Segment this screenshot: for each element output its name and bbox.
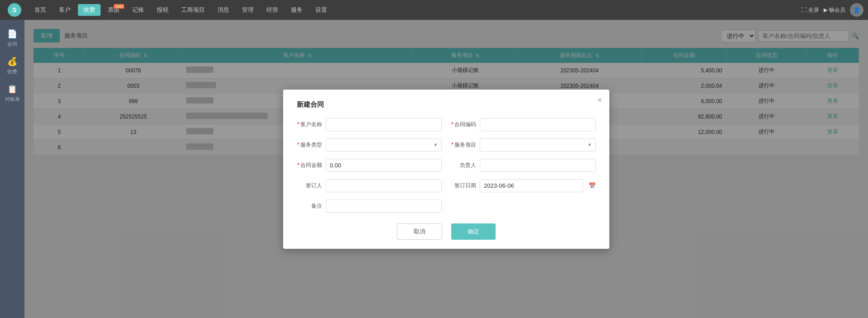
signer-input[interactable] [326, 179, 442, 192]
contract-amount-input[interactable] [326, 159, 442, 172]
remark-label: 备注 [297, 202, 322, 210]
new-badge: new [114, 4, 124, 9]
assignee-input[interactable] [480, 159, 596, 172]
signer-field: 签订人 [297, 179, 442, 192]
assignee-label: 负责人 [451, 161, 476, 169]
service-item-label: *服务项目 [451, 141, 476, 149]
service-type-label: *服务类型 [297, 141, 322, 149]
sidebar-item-reconciliation[interactable]: 📋 对账单 [0, 80, 24, 107]
form-row-3: *合同金额 负责人 [297, 159, 596, 172]
assignee-field: 负责人 [451, 159, 596, 172]
customer-name-input[interactable] [326, 118, 442, 131]
nav-items: 首页 客户 收费 票据 new 记账 报税 工商项目 消息 管理 经营 服务 设… [24, 4, 801, 16]
fullscreen-btn[interactable]: ⛶ 全屏 [801, 6, 819, 14]
app-logo: S [5, 0, 24, 20]
service-item-field: *服务项目 ▼ [451, 138, 596, 152]
calendar-icon[interactable]: 📅 [588, 182, 596, 189]
modal-dialog: 新建合同 × *客户名称 *合同编码 [283, 90, 609, 249]
nav-manage[interactable]: 管理 [236, 4, 259, 16]
nav-service[interactable]: 服务 [285, 4, 308, 16]
nav-invoice[interactable]: 票据 new [102, 4, 125, 16]
confirm-button[interactable]: 确定 [451, 223, 496, 240]
service-type-field: *服务类型 ▼ [297, 138, 442, 152]
logo-icon: S [8, 3, 21, 17]
main-layout: 📄 合同 💰 收费 📋 对账单 新增 服务项目 进行中 已完成 已终止 🔍 [0, 20, 868, 318]
nav-home[interactable]: 首页 [29, 4, 52, 16]
service-type-select[interactable] [326, 138, 442, 152]
contract-amount-label: *合同金额 [297, 161, 322, 169]
signer-label: 签订人 [297, 182, 322, 190]
contract-code-label: *合同编码 [451, 121, 476, 128]
nav-fee[interactable]: 收费 [78, 4, 101, 16]
form-row-1: *客户名称 *合同编码 [297, 118, 596, 131]
content-area: 新增 服务项目 进行中 已完成 已终止 🔍 序号 合同编码 [24, 20, 868, 318]
sidebar-item-contract[interactable]: 📄 合同 [0, 24, 24, 52]
play-icon: ▶ [824, 7, 828, 13]
customer-name-field: *客户名称 [297, 118, 442, 131]
sign-date-input[interactable] [480, 179, 583, 192]
nav-business[interactable]: 工商项目 [176, 4, 210, 16]
service-item-wrapper: ▼ [480, 138, 596, 152]
service-type-wrapper: ▼ [326, 138, 442, 152]
nav-right: ⛶ 全屏 ▶ 畅会员 👤 [801, 3, 863, 17]
fee-icon: 💰 [7, 57, 17, 66]
form-row-4: 签订人 签订日期 📅 [297, 179, 596, 192]
customer-name-label: *客户名称 [297, 121, 322, 128]
modal-close-button[interactable]: × [597, 96, 602, 104]
sign-date-label: 签订日期 [451, 182, 476, 190]
contract-code-input[interactable] [480, 118, 596, 131]
user-avatar[interactable]: 👤 [850, 3, 863, 17]
top-nav: S 首页 客户 收费 票据 new 记账 报税 工商项目 消息 管理 经营 服务… [0, 0, 868, 20]
nav-message[interactable]: 消息 [212, 4, 235, 16]
cancel-button[interactable]: 取消 [397, 223, 442, 240]
sidebar-item-fee[interactable]: 💰 收费 [0, 52, 24, 80]
remark-field: 备注 [297, 199, 442, 213]
reconciliation-icon: 📋 [7, 84, 17, 94]
nav-accounting[interactable]: 记账 [127, 4, 149, 16]
nav-customer[interactable]: 客户 [53, 4, 76, 16]
sign-date-field: 签订日期 📅 [451, 179, 596, 192]
contract-icon: 📄 [7, 29, 17, 39]
nav-settings[interactable]: 设置 [310, 4, 333, 16]
form-row-5: 备注 [297, 199, 596, 213]
modal-overlay: 新建合同 × *客户名称 *合同编码 [24, 20, 868, 318]
modal-footer: 取消 确定 [297, 223, 596, 240]
remark-input[interactable] [326, 199, 442, 213]
modal-title: 新建合同 [297, 100, 596, 109]
member-btn[interactable]: ▶ 畅会员 [824, 6, 845, 14]
form-row-2: *服务类型 ▼ *服务项目 ▼ [297, 138, 596, 152]
nav-operation[interactable]: 经营 [261, 4, 284, 16]
contract-amount-field: *合同金额 [297, 159, 442, 172]
contract-code-field: *合同编码 [451, 118, 596, 131]
fullscreen-icon: ⛶ [801, 7, 807, 13]
nav-tax[interactable]: 报税 [151, 4, 174, 16]
service-item-select[interactable] [480, 138, 596, 152]
sidebar: 📄 合同 💰 收费 📋 对账单 [0, 20, 24, 318]
